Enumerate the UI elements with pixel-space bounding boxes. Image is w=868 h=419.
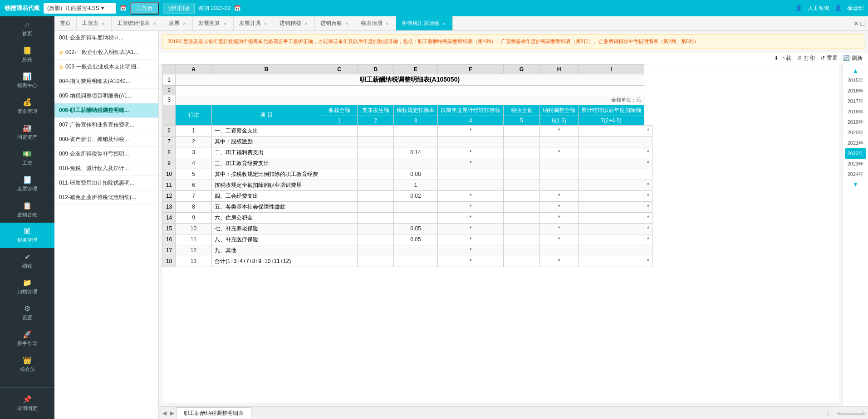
cell-r2-c7[interactable]: * [644, 147, 652, 158]
cell-r1-c1[interactable] [358, 136, 394, 147]
cell-r1-c6[interactable] [579, 136, 644, 147]
cell-r12-c3[interactable]: * [438, 256, 504, 267]
cell-r9-c6[interactable] [579, 223, 644, 234]
left-panel-item-item003[interactable]: ⊘003-一般企业业成本支出明细... [54, 60, 158, 74]
cell-r2-c0[interactable] [321, 147, 358, 158]
cell-r5-c4[interactable] [504, 180, 540, 190]
workspace-button[interactable]: 工作台 [130, 2, 159, 15]
cell-r1-c7[interactable] [644, 136, 652, 147]
cell-r5-c2[interactable]: 1 [394, 180, 438, 190]
cell-r7-c6[interactable] [579, 201, 644, 212]
switch-version-button[interactable]: 切到旧版 [163, 3, 195, 14]
cell-r12-c1[interactable] [358, 256, 394, 267]
close-tab-icon[interactable]: ✕ [853, 20, 859, 27]
cell-r0-c3[interactable]: * [438, 125, 504, 136]
reset-button[interactable]: ↺ 重置 [820, 54, 838, 62]
sidebar-item-asset-mgmt[interactable]: 💰资金管理 [0, 93, 54, 119]
sidebar-item-newbie[interactable]: 🚀新手引导 [0, 326, 54, 351]
tab-close-tax-clearance[interactable]: × [384, 20, 390, 27]
tab-close-salary-stats[interactable]: × [152, 20, 157, 27]
year-item-2020年[interactable]: 2020年 [845, 127, 866, 138]
cell-r2-c6[interactable] [579, 147, 644, 158]
year-item-2023年[interactable]: 2023年 [845, 159, 866, 169]
cell-r6-c5[interactable]: * [540, 190, 579, 201]
cell-r8-c0[interactable] [321, 212, 358, 223]
cell-r1-c0[interactable] [321, 136, 358, 147]
cell-r7-c1[interactable] [358, 201, 394, 212]
year-item-2017年[interactable]: 2017年 [845, 96, 866, 107]
cell-r10-c7[interactable]: * [644, 234, 652, 245]
cell-r8-c2[interactable] [394, 212, 438, 223]
cell-r9-c5[interactable]: * [540, 223, 579, 234]
cell-r3-c5[interactable] [540, 158, 579, 169]
tab-close-invoice[interactable]: × [181, 20, 187, 27]
cell-r4-c1[interactable] [358, 169, 394, 180]
sidebar-item-fixed-asset[interactable]: 🏭固定资产 [0, 119, 54, 145]
cell-r7-c3[interactable]: * [438, 201, 504, 212]
tab-close-in-ledger[interactable]: × [344, 20, 349, 27]
cell-r11-c4[interactable] [504, 245, 540, 256]
left-panel-item-item008[interactable]: 008-资产折旧、摊销及纳税... [54, 132, 158, 147]
sheet-nav-right[interactable]: ▶ [168, 408, 176, 418]
cell-r3-c3[interactable]: * [438, 158, 504, 169]
cell-r0-c2[interactable] [394, 125, 438, 136]
year-down-icon[interactable]: ▼ [852, 180, 860, 189]
cell-r4-c7[interactable] [644, 169, 652, 180]
cell-r0-c5[interactable]: * [540, 125, 579, 136]
left-panel-item-item006[interactable]: 006-职工薪酬纳税调整明细... [54, 103, 158, 118]
tab-in-check[interactable]: 进销稽核× [274, 16, 314, 31]
tab-close-salary-table[interactable]: × [100, 20, 106, 27]
cell-r9-c4[interactable] [504, 223, 540, 234]
cell-r1-c3[interactable] [438, 136, 504, 147]
cell-r4-c2[interactable]: 0.08 [394, 169, 438, 180]
cell-r7-c2[interactable] [394, 201, 438, 212]
cell-r11-c3[interactable]: * [438, 245, 504, 256]
tab-invoice[interactable]: 发票× [163, 16, 193, 31]
tab-close-invoice-open[interactable]: × [263, 20, 268, 27]
year-item-2016年[interactable]: 2016年 [845, 86, 866, 96]
cell-r7-c4[interactable] [504, 201, 540, 212]
cell-r10-c6[interactable] [579, 234, 644, 245]
cell-r5-c0[interactable] [321, 180, 358, 190]
left-panel-item-item001[interactable]: 001-企业所得年度纳税申... [54, 31, 158, 45]
cell-r10-c0[interactable] [321, 234, 358, 245]
left-panel-item-item005[interactable]: 005-纳税调整项目明细表(A1... [54, 89, 158, 103]
cell-r9-c3[interactable]: * [438, 223, 504, 234]
year-item-2022年[interactable]: 2022年 [845, 148, 866, 159]
cell-r4-c4[interactable] [504, 169, 540, 180]
tab-in-ledger[interactable]: 进销台账× [315, 16, 355, 31]
cell-r4-c5[interactable] [540, 169, 579, 180]
cell-r0-c4[interactable] [504, 125, 540, 136]
print-button[interactable]: 🖨 打印 [797, 54, 815, 62]
tab-home[interactable]: 首页 [54, 16, 77, 31]
cell-r3-c2[interactable] [394, 158, 438, 169]
sidebar-item-close[interactable]: ✔结账 [0, 248, 54, 274]
cell-r3-c1[interactable] [358, 158, 394, 169]
cell-r12-c4[interactable] [504, 256, 540, 267]
cell-r6-c0[interactable] [321, 190, 358, 201]
tab-income-tax[interactable]: 所得税汇算清缴× [396, 16, 453, 31]
cell-r5-c3[interactable] [438, 180, 504, 190]
cell-r6-c1[interactable] [358, 190, 394, 201]
cell-r0-c1[interactable] [358, 125, 394, 136]
download-button[interactable]: ⬇ 下载 [774, 54, 791, 62]
cell-r11-c0[interactable] [321, 245, 358, 256]
cell-r1-c4[interactable] [504, 136, 540, 147]
sidebar-item-ledger[interactable]: 📒总账 [0, 42, 54, 68]
cell-r6-c4[interactable] [504, 190, 540, 201]
cell-r12-c0[interactable] [321, 256, 358, 267]
sidebar-item-settings[interactable]: ⚙设置 [0, 300, 54, 326]
cell-r2-c2[interactable]: 0.14 [394, 147, 438, 158]
cell-r1-c5[interactable] [540, 136, 579, 147]
tab-close-in-check[interactable]: × [303, 20, 309, 27]
cell-r10-c5[interactable]: * [540, 234, 579, 245]
tab-close-income-tax[interactable]: × [441, 20, 447, 27]
sidebar-item-salary[interactable]: 💵工资 [0, 145, 54, 171]
cell-r11-c6[interactable] [579, 245, 644, 256]
sidebar-item-report[interactable]: 📊报表中心 [0, 68, 54, 93]
cell-r8-c7[interactable]: * [644, 212, 652, 223]
year-item-2019年[interactable]: 2019年 [845, 117, 866, 127]
sidebar-item-home[interactable]: ⌂首页 [0, 16, 54, 42]
sidebar-item-member[interactable]: 👑畅会员 [0, 351, 54, 377]
cell-r11-c2[interactable] [394, 245, 438, 256]
